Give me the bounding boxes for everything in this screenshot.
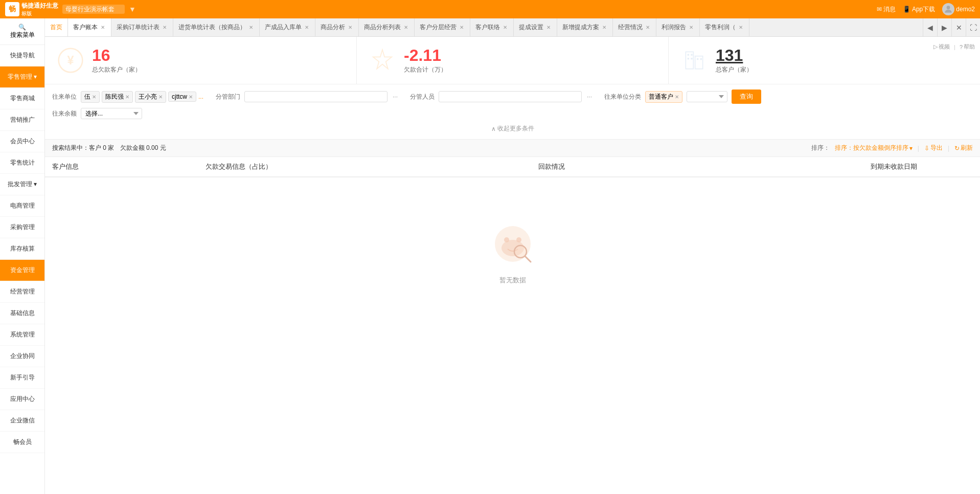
unit-classify-tags: 普通客户 ✕ [645,91,682,103]
app-download-button[interactable]: 📱 App下载 [903,5,935,14]
sidebar: 🔍 搜索菜单 快捷导航 零售管理 ▾ 零售商城 营销推广 会员中心 零售统计 [0,18,45,494]
tab-close-promotion[interactable]: ✕ [545,24,552,31]
svg-rect-5 [695,56,703,69]
tab-close-all-button[interactable]: ✕ [951,18,966,37]
sidebar-item-member[interactable]: 会员中心 [0,131,44,152]
tab-customer[interactable]: 客户账本 ✕ [68,18,111,37]
avatar [942,3,954,15]
user-profile[interactable]: demo2 [942,3,975,15]
tab-product-analysis-list[interactable]: 商品分析列表 ✕ [359,18,415,37]
stat-video-help: ▷ 视频 | ? 帮助 [933,43,975,51]
unit-tag-more[interactable]: ... [198,93,203,100]
tab-close-retailprofit[interactable]: ✕ [738,24,744,31]
sidebar-item-wholesale[interactable]: 批发管理 ▾ [0,174,44,195]
table-area: 客户信息 欠款交易信息（占比） 回款情况 到期未收款日期 [45,157,980,494]
dept-more-icon[interactable]: ··· [393,93,398,100]
sidebar-item-quick-nav[interactable]: 快捷导航 [0,45,44,66]
unit-classify-tag-close[interactable]: ✕ [675,94,679,100]
account-selector[interactable]: 母婴行业演示帐套 [62,5,125,14]
stat-credit-customers-info: 16 总欠款客户（家） [92,47,141,74]
tab-prev-button[interactable]: ◀ [923,18,937,37]
filter-row-2: 往来余额 选择... [52,108,973,119]
sidebar-item-enterprise[interactable]: 企业协同 [0,346,44,367]
help-link[interactable]: ? 帮助 [960,43,975,51]
unit-tag-wang-close[interactable]: ✕ [158,94,163,100]
sidebar-item-member-club[interactable]: 畅会员 [0,432,44,453]
sort-select[interactable]: 排序：按欠款金额倒序排序 ▾ [835,144,913,152]
empty-text: 暂无数据 [499,276,526,285]
person-more-icon[interactable]: ··· [587,93,592,100]
tab-close-productlist[interactable]: ✕ [403,24,409,31]
svg-text:¥: ¥ [67,54,74,67]
sidebar-item-ecommerce[interactable]: 电商管理 [0,195,44,217]
sidebar-item-inventory[interactable]: 库存核算 [0,238,44,260]
tab-customer-segment[interactable]: 客户分层经营 ✕ [415,18,470,37]
sidebar-item-retail[interactable]: 零售管理 ▾ [0,66,44,88]
tab-inbound-stats[interactable]: 进货单统计表（按商品） ✕ [173,18,260,37]
tab-next-button[interactable]: ▶ [937,18,951,37]
tab-close-inbound[interactable]: ✕ [248,24,254,31]
svg-point-15 [516,237,521,242]
sidebar-search[interactable]: 🔍 搜索菜单 [0,18,44,45]
export-button[interactable]: ⇩ 导出 [924,144,943,152]
tab-close-costin[interactable]: ✕ [304,24,310,31]
collapse-btn[interactable]: ∧ 收起更多条件 [491,124,534,133]
dept-filter-input[interactable] [244,91,388,102]
tab-customer-contact[interactable]: 客户联络 ✕ [470,18,514,37]
tab-promotion-settings[interactable]: 提成设置 ✕ [514,18,557,37]
stat-credit-customers: ¥ 16 总欠款客户（家） [45,37,357,84]
sidebar-item-system[interactable]: 系统管理 [0,324,44,346]
search-icon: 🔍 [0,24,44,31]
tab-close-product[interactable]: ✕ [347,24,353,31]
sidebar-item-operation[interactable]: 经营管理 [0,281,44,303]
diamond-star-icon [367,45,398,76]
refresh-button[interactable]: ↻ 刷新 [954,144,973,152]
tab-home[interactable]: 首页 [45,18,68,37]
tab-add-plan[interactable]: 新增提成方案 ✕ [557,18,613,37]
results-actions: 排序： 排序：按欠款金额倒序排序 ▾ | ⇩ 导出 | ↻ [811,144,973,152]
tab-close-segment[interactable]: ✕ [459,24,465,31]
sidebar-item-marketing[interactable]: 营销推广 [0,109,44,131]
person-filter-input[interactable] [439,91,582,102]
svg-point-14 [504,237,509,242]
sidebar-item-retail-mall[interactable]: 零售商城 [0,88,44,109]
video-link[interactable]: ▷ 视频 [933,43,950,51]
tab-close-opstatus[interactable]: ✕ [645,24,651,31]
sidebar-item-app-center[interactable]: 应用中心 [0,389,44,410]
selector-chevron: ▼ [129,5,136,13]
sidebar-item-retail-stats[interactable]: 零售统计 [0,152,44,174]
stat-total-customers-label: 总客户（家） [716,65,753,74]
tab-close-purchase[interactable]: ✕ [162,24,168,31]
balance-filter-select[interactable]: 选择... [81,108,142,119]
query-button[interactable]: 查询 [732,89,761,104]
sidebar-item-enterprise-wx[interactable]: 企业微信 [0,410,44,432]
sidebar-item-basic-info[interactable]: 基础信息 [0,303,44,324]
tab-close-profit[interactable]: ✕ [688,24,694,31]
unit-classify-select[interactable] [687,91,727,102]
tab-purchase-order[interactable]: 采购订单统计表 ✕ [111,18,173,37]
sidebar-item-finance[interactable]: 资金管理 [0,260,44,281]
unit-tag-cjttcw-close[interactable]: ✕ [189,94,193,100]
svg-rect-7 [691,54,692,56]
tab-close-customer[interactable]: ✕ [100,24,106,31]
tab-operation-status[interactable]: 经营情况 ✕ [613,18,656,37]
table-header: 客户信息 欠款交易信息（占比） 回款情况 到期未收款日期 [45,157,980,177]
stat-credit-amount-label: 欠款合计（万） [404,65,447,74]
table-col-credit: 欠款交易信息（占比） [206,162,538,171]
unit-tag-chen-close[interactable]: ✕ [125,94,129,100]
tab-cost-in[interactable]: 产成品入库单 ✕ [260,18,315,37]
stat-total-customers: 131 总客户（家） ▷ 视频 | ? 帮助 [669,37,980,84]
tab-close-addplan[interactable]: ✕ [601,24,607,31]
tab-bar-actions: ◀ ▶ ✕ ⛶ [923,18,980,37]
tab-retail-profit[interactable]: 零售利润（ ✕ [700,18,749,37]
sidebar-item-purchase[interactable]: 采购管理 [0,217,44,238]
tab-expand-button[interactable]: ⛶ [966,18,980,37]
tab-close-contact[interactable]: ✕ [502,24,508,31]
tab-profit-report[interactable]: 利润报告 ✕ [656,18,700,37]
sidebar-item-new-guide[interactable]: 新手引导 [0,367,44,389]
filter-collapse-row: ∧ 收起更多条件 [52,123,973,134]
logo-icon: 畅 [5,2,19,16]
unit-tag-wu-close[interactable]: ✕ [92,94,96,100]
messages-button[interactable]: ✉ 消息 [877,5,896,14]
tab-product-analysis[interactable]: 商品分析 ✕ [315,18,359,37]
